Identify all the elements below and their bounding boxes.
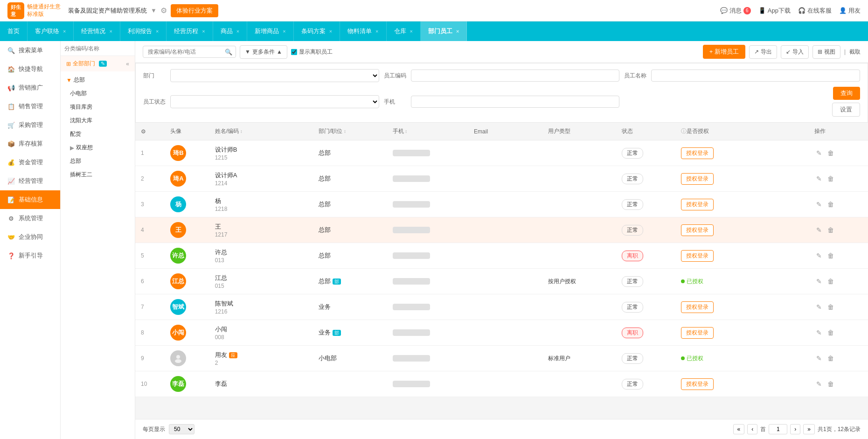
dept-node-hq[interactable]: 总部 bbox=[61, 154, 135, 168]
dept-search-input[interactable] bbox=[64, 45, 134, 52]
tab-warehouse[interactable]: 仓库 × bbox=[387, 21, 421, 41]
sidebar-item-quicknav[interactable]: 🏠 快捷导航 bbox=[0, 60, 60, 78]
edit-btn[interactable]: ✎ bbox=[814, 225, 824, 235]
per-page-select[interactable]: 50 100 bbox=[169, 424, 194, 434]
sidebar-item-system[interactable]: ⚙ 系统管理 bbox=[0, 209, 60, 228]
phone-input[interactable] bbox=[411, 96, 620, 108]
tab-add-goods[interactable]: 新增商品 × bbox=[247, 21, 293, 41]
sidebar-item-finance[interactable]: 💰 资金管理 bbox=[0, 153, 60, 172]
delete-btn[interactable]: 🗑 bbox=[826, 174, 836, 183]
tab-profit[interactable]: 利润报告 × bbox=[120, 21, 167, 41]
tab-department[interactable]: 部门员工 × bbox=[421, 21, 467, 41]
experience-button[interactable]: 体验行业方案 bbox=[171, 4, 218, 17]
emp-name-input[interactable] bbox=[651, 70, 860, 82]
show-resigned-checkbox[interactable] bbox=[291, 49, 297, 55]
sidebar-item-collab[interactable]: 🤝 企业协同 bbox=[0, 228, 60, 246]
col-auth[interactable]: ⓘ是否授权 bbox=[675, 123, 764, 140]
export-button[interactable]: ↗ 导出 bbox=[749, 45, 777, 59]
view-button[interactable]: ⊞ 视图 bbox=[812, 45, 840, 59]
delete-btn[interactable]: 🗑 bbox=[826, 251, 836, 260]
app-download-btn[interactable]: 📱 App下载 bbox=[758, 7, 791, 15]
dept-node-electric[interactable]: 小电部 bbox=[61, 87, 135, 100]
close-icon[interactable]: × bbox=[156, 28, 159, 34]
tab-customer[interactable]: 客户联络 × bbox=[28, 21, 74, 41]
page-input[interactable] bbox=[769, 424, 787, 434]
dept-node-double[interactable]: ▶ 双座想 bbox=[61, 141, 135, 154]
close-icon[interactable]: × bbox=[375, 28, 378, 34]
sidebar-item-guide[interactable]: ❓ 新手引导 bbox=[0, 246, 60, 265]
prev-page-btn[interactable]: ‹ bbox=[747, 424, 757, 434]
col-dept[interactable]: 部门/职位 bbox=[313, 123, 387, 140]
edit-btn[interactable]: ✎ bbox=[814, 148, 824, 158]
sidebar-item-sales[interactable]: 📋 销售管理 bbox=[0, 97, 60, 116]
close-icon[interactable]: × bbox=[202, 28, 205, 34]
dept-node-delivery[interactable]: 配货 bbox=[61, 127, 135, 141]
last-page-btn[interactable]: » bbox=[803, 424, 815, 434]
online-service-btn[interactable]: 🎧 在线客服 bbox=[798, 7, 832, 15]
dept-filter-select[interactable] bbox=[170, 69, 379, 82]
collapse-icon[interactable]: « bbox=[126, 61, 129, 67]
dropdown-icon[interactable]: ▼ bbox=[151, 7, 157, 14]
message-btn[interactable]: 💬 消息 6 bbox=[720, 7, 751, 15]
tab-home[interactable]: 首页 bbox=[0, 21, 28, 41]
close-icon[interactable]: × bbox=[329, 28, 332, 34]
auth-btn[interactable]: 授权登录 bbox=[681, 147, 714, 159]
delete-btn[interactable]: 🗑 bbox=[826, 148, 836, 158]
sidebar-item-biz[interactable]: 📈 经营管理 bbox=[0, 172, 60, 190]
auth-btn[interactable]: 授权登录 bbox=[681, 301, 714, 313]
emp-status-select[interactable] bbox=[170, 95, 379, 108]
query-button[interactable]: 查询 bbox=[833, 87, 860, 100]
col-settings[interactable]: ⚙ bbox=[135, 123, 165, 140]
close-icon[interactable]: × bbox=[410, 28, 413, 34]
delete-btn[interactable]: 🗑 bbox=[826, 354, 836, 363]
next-page-btn[interactable]: › bbox=[790, 424, 800, 434]
first-page-btn[interactable]: « bbox=[733, 424, 745, 434]
user-btn[interactable]: 👤 用友 bbox=[839, 7, 861, 15]
auth-btn[interactable]: 授权登录 bbox=[681, 199, 714, 210]
edit-btn[interactable]: ✎ bbox=[814, 302, 824, 312]
tab-barcode[interactable]: 条码方案 × bbox=[294, 21, 340, 41]
tab-operation[interactable]: 经营情况 × bbox=[74, 21, 120, 41]
col-name[interactable]: 姓名/编码 bbox=[209, 123, 313, 140]
close-icon[interactable]: × bbox=[456, 28, 459, 34]
show-resigned-label[interactable]: 显示离职员工 bbox=[291, 48, 333, 56]
sidebar-item-inventory[interactable]: 📦 库存核算 bbox=[0, 134, 60, 153]
set-button[interactable]: 设置 bbox=[832, 103, 860, 117]
edit-btn[interactable]: ✎ bbox=[814, 328, 824, 337]
close-icon[interactable]: × bbox=[236, 28, 239, 34]
sidebar-item-basic[interactable]: 📝 基础信息 bbox=[0, 190, 60, 209]
delete-btn[interactable]: 🗑 bbox=[826, 379, 836, 389]
delete-btn[interactable]: 🗑 bbox=[826, 277, 836, 286]
dept-node-shenyang[interactable]: 沈阳大库 bbox=[61, 114, 135, 127]
settings-icon[interactable]: ⚙ bbox=[160, 6, 167, 15]
edit-btn[interactable]: ✎ bbox=[814, 174, 824, 183]
add-employee-button[interactable]: + 新增员工 bbox=[703, 45, 745, 59]
dept-node-insert[interactable]: 插树王二 bbox=[61, 168, 135, 181]
edit-btn[interactable]: ✎ bbox=[814, 251, 824, 260]
sidebar-item-marketing[interactable]: 📢 营销推广 bbox=[0, 78, 60, 97]
close-icon[interactable]: × bbox=[283, 28, 285, 34]
tab-material[interactable]: 物料清单 × bbox=[340, 21, 386, 41]
sidebar-item-search[interactable]: 🔍 搜索菜单 bbox=[0, 41, 60, 60]
edit-dept-icon[interactable]: ✎ bbox=[99, 61, 107, 67]
edit-btn[interactable]: ✎ bbox=[814, 354, 824, 363]
edit-btn[interactable]: ✎ bbox=[814, 200, 824, 209]
delete-btn[interactable]: 🗑 bbox=[826, 328, 836, 337]
emp-code-input[interactable] bbox=[411, 70, 620, 82]
import-button[interactable]: ↙ 导入 bbox=[781, 45, 809, 59]
dept-node-project[interactable]: 项目库房 bbox=[61, 100, 135, 114]
tab-goods[interactable]: 商品 × bbox=[213, 21, 247, 41]
search-icon[interactable]: 🔍 bbox=[225, 49, 232, 56]
auth-btn[interactable]: 授权登录 bbox=[681, 378, 714, 390]
tab-journey[interactable]: 经营历程 × bbox=[167, 21, 213, 41]
filter-btn[interactable]: ▼ 更多条件 ▲ bbox=[240, 45, 287, 59]
delete-btn[interactable]: 🗑 bbox=[826, 225, 836, 235]
delete-btn[interactable]: 🗑 bbox=[826, 302, 836, 312]
auth-btn[interactable]: 授权登录 bbox=[681, 224, 714, 236]
search-input[interactable] bbox=[143, 46, 236, 58]
sidebar-item-purchase[interactable]: 🛒 采购管理 bbox=[0, 116, 60, 134]
auth-btn[interactable]: 授权登录 bbox=[681, 173, 714, 185]
auth-btn[interactable]: 授权登录 bbox=[681, 327, 714, 339]
dept-header[interactable]: ⊞ 全部部门 ✎ « bbox=[61, 56, 135, 71]
close-icon[interactable]: × bbox=[63, 28, 66, 34]
